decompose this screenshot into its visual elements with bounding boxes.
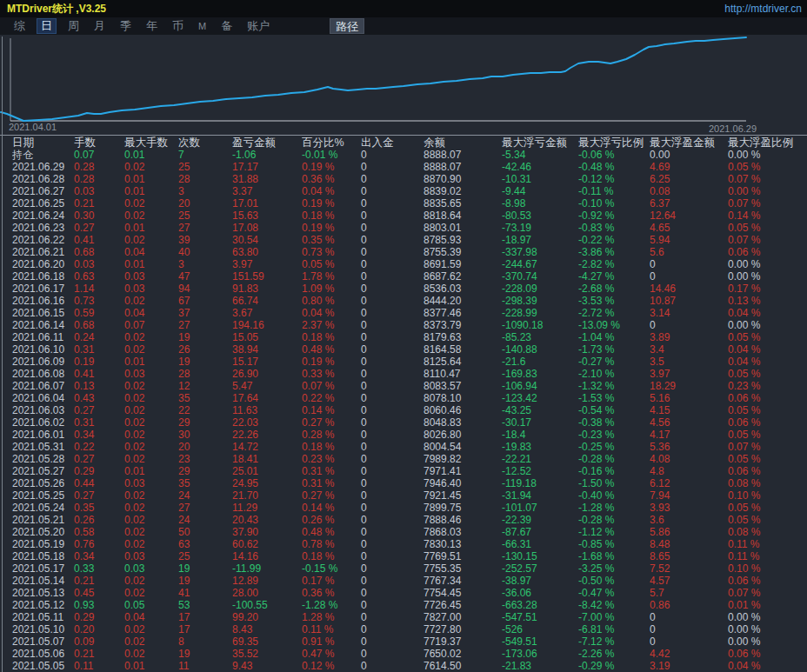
cell-pct: 1.78 % [302,270,361,283]
table-row[interactable]: 2021.06.010.340.023022.260.28 %08026.80-… [0,429,807,441]
menu-tab-m[interactable]: M [195,18,210,34]
table-row[interactable]: 2021.05.270.290.012925.010.31 %07971.41-… [0,465,807,477]
cell-pnl: 17.17 [232,161,302,173]
cell-pnl: 194.16 [232,319,302,331]
cell-max-float-loss: -19.83 [502,441,578,453]
table-row[interactable]: 2021.05.070.090.02869.350.91 %07719.37-5… [0,635,807,648]
table-row[interactable]: 2021.06.160.730.026766.740.80 %08444.20-… [0,295,807,307]
path-button[interactable]: 路径 [330,18,364,34]
cell-max-float-profit-pct: 0.11 % [728,538,804,550]
cell-count: 17 [178,623,232,635]
cell-max-float-loss: -123.42 [502,392,578,404]
table-row[interactable]: 2021.06.110.240.021915.050.18 %08179.63-… [0,331,807,343]
menu-tab-ri[interactable]: 日 [37,18,57,34]
table-row[interactable]: 2021.05.060.210.021935.520.47 %07650.02-… [0,648,807,660]
menu-tab-ji[interactable]: 季 [117,18,135,34]
table-row[interactable]: 2021.06.100.310.022638.940.48 %08164.58-… [0,343,807,356]
table-row[interactable]: 2021.06.210.680.044063.800.73 %08755.39-… [0,246,807,258]
cell-count: 23 [178,453,232,465]
table-row[interactable]: 2021.06.090.190.011915.170.19 %08125.64-… [0,356,807,368]
cell-max-float-loss: -337.98 [502,246,578,258]
table-row[interactable]: 2021.05.200.580.025037.900.48 %07868.03-… [0,526,807,538]
cell-max-lots: 0.02 [124,526,178,538]
table-row[interactable]: 2021.05.110.290.041799.201.28 %07827.00-… [0,611,807,623]
menu-tab-nian[interactable]: 年 [143,18,161,34]
table-row[interactable]: 2021.05.120.930.0553-100.55-1.28 %07726.… [0,599,807,611]
table-row[interactable]: 2021.05.240.350.022711.290.14 %07899.75-… [0,502,807,514]
cell-balance: 8870.90 [424,173,502,185]
table-row[interactable]: 2021.05.100.200.02178.430.11 %07727.80-5… [0,623,807,635]
cell-pnl: 28.00 [232,587,302,599]
table-row[interactable]: 2021.06.240.300.022515.630.18 %08818.64-… [0,210,807,222]
table-row[interactable]: 2021.05.260.440.033524.950.31 %07946.40-… [0,477,807,489]
table-row[interactable]: 2021.06.290.280.022517.170.19 %08888.07-… [0,161,807,173]
cell-pct: 0.47 % [302,648,361,660]
cell-lots: 0.19 [74,356,124,368]
table-row[interactable]: 2021.06.280.280.012831.880.36 %08870.90-… [0,173,807,185]
cell-max-lots: 0.03 [124,550,178,562]
cell-max-float-profit-pct: 0.13 % [728,295,804,307]
cell-pnl: 69.35 [232,635,302,648]
table-row[interactable]: 2021.06.020.310.022922.030.27 %08048.83-… [0,416,807,429]
cell-max-float-profit: 8.48 [650,538,728,550]
cell-max-float-loss: -21.83 [502,660,578,672]
window-left-border [2,37,3,672]
table-row[interactable]: 2021.06.070.130.02125.470.07 %08083.57-1… [0,380,807,392]
cell-max-float-profit: 4.8 [650,465,728,477]
table-row[interactable]: 2021.06.220.410.023930.540.35 %08785.93-… [0,234,807,246]
menu-tab-zong[interactable]: 综 [10,18,29,34]
table-row[interactable]: 2021.06.200.030.0133.970.05 %08691.59-24… [0,258,807,270]
cell-lots: 0.27 [74,404,124,416]
position-row[interactable]: 持仓0.070.017-1.06-0.01 %08888.07-5.34-0.0… [0,149,807,161]
table-row[interactable]: 2021.05.190.760.026360.620.78 %07830.13-… [0,538,807,550]
cell-lots: 0.34 [74,429,124,441]
table-row[interactable]: 2021.05.280.270.022318.410.23 %07989.82-… [0,453,807,465]
table-row[interactable]: 2021.05.130.450.024128.000.36 %07754.45-… [0,587,807,599]
cell-max-lots: 0.05 [124,599,178,611]
menu-tab-bi[interactable]: 币 [169,18,187,34]
cell-max-float-loss: -169.83 [502,368,578,380]
menu-tab-yue[interactable]: 月 [90,18,109,34]
cell-count: 27 [178,319,232,331]
cell-max-float-profit: 5.16 [650,392,728,404]
table-row[interactable]: 2021.05.210.260.022420.430.26 %07888.46-… [0,514,807,526]
table-row[interactable]: 2021.05.140.210.021912.890.17 %07767.34-… [0,575,807,587]
cell-pct: 1.09 % [302,283,361,295]
cell-max-lots: 0.02 [124,453,178,465]
website-link[interactable]: http://mtdriver.cn [724,3,802,15]
cell-max-float-profit-pct: 0.07 % [728,197,804,210]
table-row[interactable]: 2021.05.310.220.022014.720.18 %08004.54-… [0,441,807,453]
table-row[interactable]: 2021.06.040.430.023517.640.22 %08078.10-… [0,392,807,404]
cell-max-float-loss-pct: -0.40 % [578,489,650,502]
cell-pct: 0.36 % [302,587,361,599]
table-row[interactable]: 2021.06.250.210.022017.010.19 %08835.65-… [0,197,807,210]
table-row[interactable]: 2021.06.030.270.022211.630.14 %08060.46-… [0,404,807,416]
table-row[interactable]: 2021.06.080.410.032826.900.33 %08110.47-… [0,368,807,380]
cell-pct: 0.31 % [302,477,361,489]
cell-max-float-loss-pct: -1.68 % [578,550,650,562]
cell-max-float-loss: -370.74 [502,270,578,283]
table-row[interactable]: 2021.06.180.630.0347151.591.78 %08687.62… [0,270,807,283]
cell-max-float-loss: -140.88 [502,343,578,356]
table-row[interactable]: 2021.05.170.330.0319-11.99-0.15 %07755.3… [0,562,807,575]
cell-date: 2021.06.16 [12,295,74,307]
menu-tab-zhou[interactable]: 周 [64,18,83,34]
cell-deposit: 0 [361,222,424,234]
cell-count: 22 [178,404,232,416]
table-row[interactable]: 2021.06.140.680.0727194.162.37 %08373.79… [0,319,807,331]
table-row[interactable]: 2021.06.270.030.0133.370.04 %08839.02-9.… [0,185,807,197]
cell-max-float-profit: 0 [650,270,728,283]
cell-max-float-profit: 6.25 [650,173,728,185]
cell-deposit: 0 [361,307,424,319]
menu-tab-bei[interactable]: 备 [217,18,236,34]
table-row[interactable]: 2021.06.150.590.04373.670.04 %08377.46-2… [0,307,807,319]
table-row[interactable]: 2021.06.171.140.039491.831.09 %08536.03-… [0,283,807,295]
cell-pct: 0.18 % [302,210,361,222]
table-row[interactable]: 2021.05.180.340.032514.160.18 %07769.51-… [0,550,807,562]
table-row[interactable]: 2021.05.250.270.022421.700.27 %07921.45-… [0,489,807,502]
table-row[interactable]: 2021.05.050.110.01119.430.12 %07614.50-2… [0,660,807,672]
table-row[interactable]: 2021.06.230.270.012717.080.19 %08803.01-… [0,222,807,234]
menu-tab-zhanghu[interactable]: 账户 [243,18,273,34]
cell-max-float-loss-pct: -0.22 % [578,234,650,246]
cell-balance: 8125.64 [424,356,502,368]
